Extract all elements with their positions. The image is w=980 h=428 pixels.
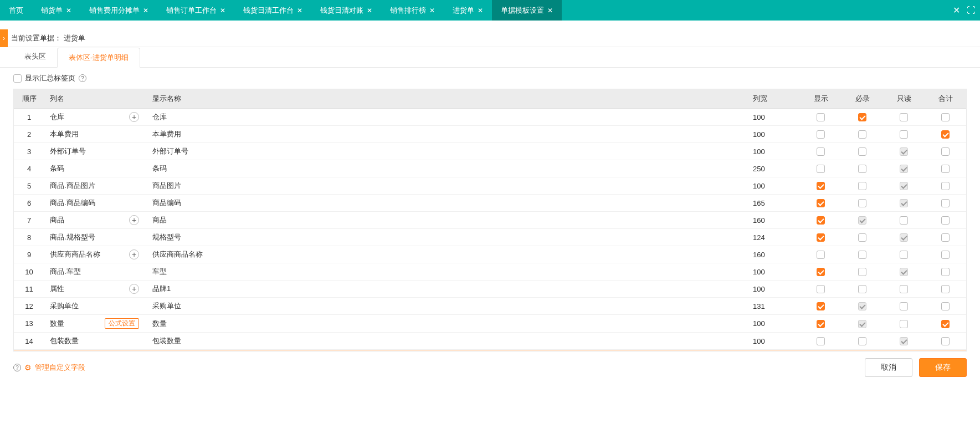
required-checkbox[interactable] [858, 268, 866, 276]
cell-width[interactable]: 100 [747, 315, 800, 333]
table-row[interactable]: 2本单费用本单费用100 [14, 126, 966, 143]
show-checkbox[interactable] [817, 251, 825, 259]
help-icon[interactable]: ? [13, 364, 21, 371]
help-icon[interactable]: ? [79, 74, 86, 82]
sum-checkbox[interactable] [941, 199, 950, 207]
cell-width[interactable]: 100 [747, 333, 800, 350]
readonly-checkbox[interactable] [900, 165, 908, 173]
close-icon[interactable]: ✕ [66, 7, 71, 14]
table-row[interactable]: 13数量公式设置数量100 [14, 315, 966, 333]
readonly-checkbox[interactable] [900, 268, 908, 276]
readonly-checkbox[interactable] [900, 130, 908, 139]
tab-单据模板设置[interactable]: 单据模板设置✕ [492, 0, 562, 21]
sum-checkbox[interactable] [941, 165, 950, 173]
sum-checkbox[interactable] [941, 216, 950, 225]
tab-钱货日清对账[interactable]: 钱货日清对账✕ [311, 0, 381, 21]
cancel-button[interactable]: 取消 [865, 358, 912, 377]
sum-checkbox[interactable] [941, 113, 950, 121]
cell-display-name[interactable]: 仓库 [147, 109, 747, 126]
tab-首页[interactable]: 首页 [0, 0, 32, 21]
required-checkbox[interactable] [858, 130, 866, 139]
tab-进货单[interactable]: 进货单✕ [444, 0, 492, 21]
readonly-checkbox[interactable] [900, 199, 908, 207]
table-row[interactable]: 3外部订单号外部订单号100 [14, 143, 966, 160]
show-checkbox[interactable] [817, 113, 825, 121]
readonly-checkbox[interactable] [900, 302, 908, 310]
show-checkbox[interactable] [817, 285, 825, 293]
cell-display-name[interactable]: 本单费用 [147, 126, 747, 143]
cell-display-name[interactable]: 数量 [147, 315, 747, 333]
required-checkbox[interactable] [858, 182, 866, 190]
cell-width[interactable]: 100 [747, 263, 800, 281]
sum-checkbox[interactable] [941, 233, 950, 242]
cell-display-name[interactable]: 包装数量 [147, 333, 747, 350]
save-button[interactable]: 保存 [919, 358, 967, 377]
readonly-checkbox[interactable] [900, 182, 908, 190]
readonly-checkbox[interactable] [900, 320, 908, 328]
cell-width[interactable]: 100 [747, 281, 800, 298]
required-checkbox[interactable] [858, 337, 866, 345]
cell-display-name[interactable]: 商品 [147, 212, 747, 229]
close-icon[interactable]: ✕ [547, 7, 553, 14]
sum-checkbox[interactable] [941, 130, 950, 139]
add-column-icon[interactable]: + [129, 215, 139, 225]
close-icon[interactable]: ✕ [220, 7, 225, 14]
expand-arrow-icon[interactable]: › [0, 29, 8, 47]
tab-销货单[interactable]: 销货单✕ [32, 0, 80, 21]
show-checkbox[interactable] [817, 147, 825, 156]
cell-width[interactable]: 100 [747, 143, 800, 160]
sum-checkbox[interactable] [941, 320, 950, 328]
show-checkbox[interactable] [817, 130, 825, 139]
required-checkbox[interactable] [858, 285, 866, 293]
show-checkbox[interactable] [817, 337, 825, 345]
subtab-表头区[interactable]: 表头区 [13, 47, 57, 67]
cell-width[interactable]: 250 [747, 160, 800, 177]
required-checkbox[interactable] [858, 113, 866, 121]
readonly-checkbox[interactable] [900, 233, 908, 242]
cell-display-name[interactable]: 车型 [147, 263, 747, 281]
close-icon[interactable]: ✕ [478, 7, 483, 14]
sum-checkbox[interactable] [941, 337, 950, 345]
cell-display-name[interactable]: 商品编码 [147, 195, 747, 212]
tab-钱货日清工作台[interactable]: 钱货日清工作台✕ [234, 0, 311, 21]
required-checkbox[interactable] [858, 251, 866, 259]
subtab-表体区-进货单明细[interactable]: 表体区-进货单明细 [57, 48, 140, 68]
table-row[interactable]: 10商品.车型车型100 [14, 263, 966, 281]
cell-display-name[interactable]: 条码 [147, 160, 747, 177]
tab-销售费用分摊单[interactable]: 销售费用分摊单✕ [80, 0, 157, 21]
table-row[interactable]: 11属性+品牌1100 [14, 281, 966, 298]
table-row[interactable]: 1仓库+仓库100 [14, 109, 966, 126]
table-row[interactable]: 4条码条码250 [14, 160, 966, 177]
manage-custom-fields-link[interactable]: ? ⚙ 管理自定义字段 [13, 363, 85, 373]
add-column-icon[interactable]: + [129, 249, 139, 259]
close-all-icon[interactable]: ✕ [953, 5, 960, 16]
cell-width[interactable]: 160 [747, 212, 800, 229]
readonly-checkbox[interactable] [900, 337, 908, 345]
show-checkbox[interactable] [817, 320, 825, 328]
table-row[interactable]: 8商品.规格型号规格型号124 [14, 229, 966, 246]
add-column-icon[interactable]: + [129, 284, 139, 294]
cell-width[interactable]: 100 [747, 350, 800, 352]
readonly-checkbox[interactable] [900, 216, 908, 225]
required-checkbox[interactable] [858, 199, 866, 207]
required-checkbox[interactable] [858, 320, 866, 328]
readonly-checkbox[interactable] [900, 251, 908, 259]
sum-checkbox[interactable] [941, 182, 950, 190]
add-column-icon[interactable]: + [129, 112, 139, 122]
table-row[interactable]: 14包装数量包装数量100 [14, 333, 966, 350]
required-checkbox[interactable] [858, 216, 866, 225]
required-checkbox[interactable] [858, 147, 866, 156]
required-checkbox[interactable] [858, 165, 866, 173]
cell-display-name[interactable]: 单位2 [147, 350, 747, 352]
table-row[interactable]: 7商品+商品160 [14, 212, 966, 229]
cell-display-name[interactable]: 外部订单号 [147, 143, 747, 160]
show-checkbox[interactable] [817, 199, 825, 207]
sum-checkbox[interactable] [941, 147, 950, 156]
cell-display-name[interactable]: 规格型号 [147, 229, 747, 246]
table-row[interactable]: 12采购单位采购单位131 [14, 298, 966, 315]
cell-display-name[interactable]: 品牌1 [147, 281, 747, 298]
sum-checkbox[interactable] [941, 302, 950, 310]
show-checkbox[interactable] [817, 165, 825, 173]
cell-width[interactable]: 131 [747, 298, 800, 315]
close-icon[interactable]: ✕ [297, 7, 302, 14]
